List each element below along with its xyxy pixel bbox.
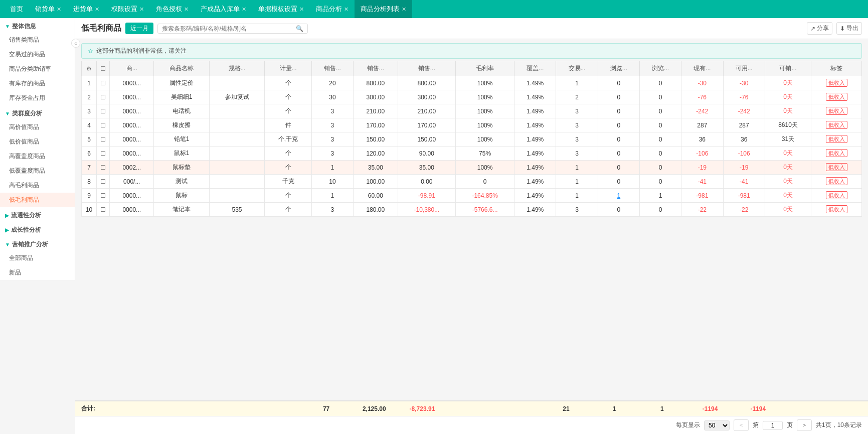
next-page-button[interactable]: ＞ — [797, 419, 812, 431]
sidebar-group-growth[interactable]: ▶ 成长性分析 — [0, 222, 75, 236]
cell-stock3: 0天 — [765, 189, 811, 203]
sidebar-item-low-coverage[interactable]: 低覆盖度商品 — [0, 164, 75, 178]
cell-browse2: 0 — [639, 203, 681, 217]
footer-label: 合计: — [81, 404, 106, 413]
cell-checkbox[interactable]: ☐ — [97, 104, 110, 118]
cell-tag: 低收入 — [811, 161, 862, 175]
th-stock2: 可用... — [723, 61, 765, 76]
cell-code: 0002... — [110, 161, 154, 175]
footer-browse1: 1 — [590, 405, 638, 412]
cell-stock1: -41 — [681, 175, 723, 189]
cell-seq: 7 — [82, 161, 97, 175]
nav-role-auth[interactable]: 角色授权✕ — [150, 0, 195, 18]
nav-template[interactable]: 单据模板设置✕ — [252, 0, 310, 18]
close-role-icon[interactable]: ✕ — [184, 6, 189, 12]
cell-checkbox[interactable]: ☐ — [97, 147, 110, 161]
cell-tag: 低收入 — [811, 175, 862, 189]
sidebar-item-stock-goods[interactable]: 有库存的商品 — [0, 76, 75, 91]
cell-seq: 8 — [82, 175, 97, 189]
close-template-icon[interactable]: ✕ — [299, 6, 304, 12]
cell-tag: 低收入 — [811, 132, 862, 147]
cell-checkbox[interactable]: ☐ — [97, 132, 110, 147]
cell-stock3: 0天 — [765, 203, 811, 217]
sidebar-item-high-gross[interactable]: 高毛利商品 — [0, 178, 75, 193]
cell-sale3: 35.00 — [398, 161, 456, 175]
cell-sale2: 180.00 — [354, 203, 398, 217]
table-row: 7☐0002...鼠标垫个135.0035.00100%1.49%100-19-… — [82, 161, 862, 175]
sidebar-item-capital[interactable]: 库存资金占用 — [0, 91, 75, 105]
close-purchase-icon[interactable]: ✕ — [95, 6, 99, 12]
sidebar-group-cluster[interactable]: ▼ 类群度分析 — [0, 105, 75, 120]
export-button[interactable]: ⬇ 导出 — [836, 22, 862, 35]
notice-icon: ☆ — [88, 48, 93, 55]
nav-product-entry[interactable]: 产成品入库单✕ — [195, 0, 252, 18]
th-unit: 计量... — [265, 61, 312, 76]
close-sales-icon[interactable]: ✕ — [57, 6, 61, 12]
close-analysis-icon[interactable]: ✕ — [344, 6, 349, 12]
cell-stock1: 287 — [681, 118, 723, 132]
th-trade: 交易... — [556, 61, 598, 76]
cell-gross: -5766.6... — [456, 203, 514, 217]
sidebar-item-low-gross[interactable]: 低毛利商品 — [0, 193, 75, 207]
search-input[interactable] — [162, 25, 296, 32]
page-number-input[interactable] — [763, 421, 783, 430]
per-page-select[interactable]: 50 100 200 — [704, 420, 730, 430]
nav-sales[interactable]: 销货单✕ — [29, 0, 67, 18]
cell-stock2: 287 — [723, 118, 765, 132]
sidebar-item-category-rate[interactable]: 商品分类助销率 — [0, 62, 75, 76]
cell-seq: 6 — [82, 147, 97, 161]
cell-seq: 3 — [82, 104, 97, 118]
sidebar-item-low-value[interactable]: 低价值商品 — [0, 134, 75, 149]
nav-purchase[interactable]: 进货单✕ — [67, 0, 105, 18]
cell-seq: 4 — [82, 118, 97, 132]
sidebar-group-marketing[interactable]: ▼ 营销推广分析 — [0, 236, 75, 251]
cell-seq: 1 — [82, 76, 97, 90]
nav-permissions[interactable]: 权限设置✕ — [105, 0, 150, 18]
sidebar-item-high-value[interactable]: 高价值商品 — [0, 120, 75, 134]
cell-checkbox[interactable]: ☐ — [97, 189, 110, 203]
sidebar-item-sales-goods[interactable]: 销售类商品 — [0, 33, 75, 47]
cell-checkbox[interactable]: ☐ — [97, 76, 110, 90]
sidebar-item-high-coverage[interactable]: 高覆盖度商品 — [0, 149, 75, 164]
cell-unit: 件 — [265, 118, 312, 132]
th-checkbox[interactable]: ☐ — [97, 61, 110, 76]
sidebar-group-overview[interactable]: ▼ 整体信息 — [0, 18, 75, 33]
cell-seq: 5 — [82, 132, 97, 147]
sidebar-group-flow[interactable]: ▶ 流通性分析 — [0, 207, 75, 222]
cell-sale3: -10,380... — [398, 203, 456, 217]
nav-analysis-list[interactable]: 商品分析列表✕ — [355, 0, 412, 18]
cell-spec — [209, 132, 264, 147]
close-product-icon[interactable]: ✕ — [242, 6, 246, 12]
share-button[interactable]: ↗ 分享 — [807, 22, 832, 35]
cell-checkbox[interactable]: ☐ — [97, 175, 110, 189]
time-filter-button[interactable]: 近一月 — [125, 23, 153, 34]
table-container[interactable]: ⚙ ☐ 商... 商品名称 规格... 计量... 销售... 销售... 销售… — [75, 61, 868, 400]
cell-checkbox[interactable]: ☐ — [97, 90, 110, 104]
cell-stock2: -30 — [723, 76, 765, 90]
cell-checkbox[interactable]: ☐ — [97, 161, 110, 175]
cell-checkbox[interactable]: ☐ — [97, 118, 110, 132]
cell-stock3: 0天 — [765, 161, 811, 175]
cell-name: 笔记本 — [154, 203, 209, 217]
sidebar-item-new-goods[interactable]: 新品 — [0, 265, 75, 280]
close-permissions-icon[interactable]: ✕ — [139, 6, 144, 12]
close-list-icon[interactable]: ✕ — [402, 6, 406, 12]
footer-sale3: -8,723.91 — [398, 405, 446, 412]
sidebar-collapse-button[interactable]: « — [71, 39, 80, 48]
cell-browse1: 1 — [598, 189, 639, 203]
th-sale1: 销售... — [311, 61, 353, 76]
nav-product-analysis[interactable]: 商品分析✕ — [310, 0, 355, 18]
prev-page-button[interactable]: ＜ — [734, 419, 749, 431]
th-settings[interactable]: ⚙ — [82, 61, 97, 76]
sidebar-item-all-goods[interactable]: 全部商品 — [0, 251, 75, 265]
cell-stock1: 36 — [681, 132, 723, 147]
cell-name: 属性定价 — [154, 76, 209, 90]
cell-browse1: 0 — [598, 132, 639, 147]
cell-name: 鼠标垫 — [154, 161, 209, 175]
nav-home[interactable]: 首页 — [4, 0, 29, 18]
cell-browse1: 0 — [598, 104, 639, 118]
cell-browse1: 0 — [598, 175, 639, 189]
sidebar-item-traded-goods[interactable]: 交易过的商品 — [0, 47, 75, 62]
cell-gross: 100% — [456, 104, 514, 118]
cell-checkbox[interactable]: ☐ — [97, 203, 110, 217]
